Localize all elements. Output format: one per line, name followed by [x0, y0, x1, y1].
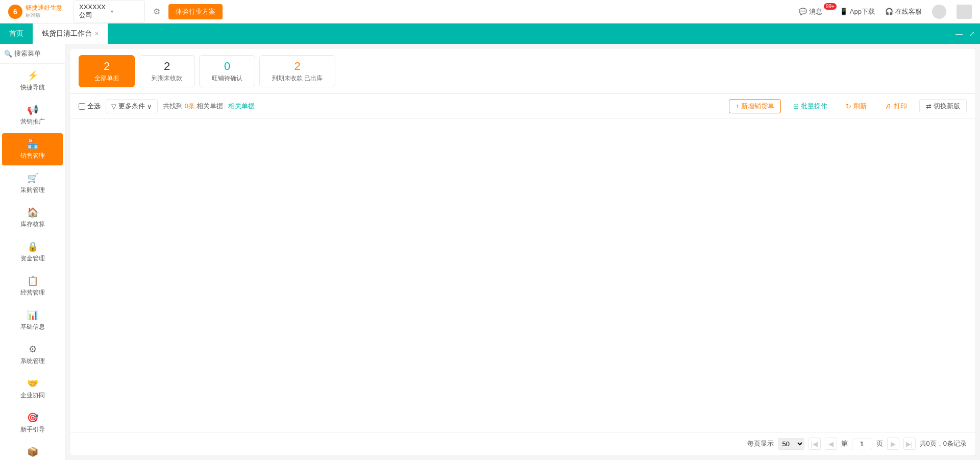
- toolbar-right: + 新增销货单 ⊞ 批量操作 ↻ 刷新 🖨 打印 ⇄: [729, 99, 967, 113]
- page-input[interactable]: [852, 439, 872, 449]
- sidebar-search[interactable]: 🔍 搜索菜单: [0, 44, 65, 64]
- select-all-wrapper[interactable]: 全选: [79, 102, 101, 111]
- sidebar-item-marketing[interactable]: 📢 营销推广: [2, 99, 63, 131]
- user-profile-btn[interactable]: [957, 5, 972, 19]
- operations-icon: 📋: [27, 275, 38, 286]
- stat-label-wangpu: 旺铺待确认: [212, 74, 242, 83]
- sidebar-item-inventory[interactable]: 🏠 库存核算: [2, 202, 63, 234]
- sidebar-item-purchase[interactable]: 🛒 采购管理: [2, 167, 63, 200]
- logo-sub: 标准版: [26, 12, 62, 19]
- sidebar-item-guide[interactable]: 🎯 新手引导: [2, 407, 63, 439]
- sidebar-item-capital[interactable]: 🔒 资金管理: [2, 236, 63, 268]
- avatar[interactable]: [932, 5, 946, 19]
- select-all-checkbox[interactable]: [79, 103, 85, 110]
- guide-icon: 🎯: [27, 412, 38, 423]
- message-badge: 99+: [824, 3, 837, 10]
- tab-active[interactable]: 钱货日清工作台 ×: [33, 23, 108, 44]
- related-link[interactable]: 相关单据: [228, 102, 255, 111]
- nav-tabs: 首页 钱货日清工作台 × — ⤢: [0, 23, 980, 44]
- sales-icon: 🏪: [27, 138, 38, 150]
- page-prev-btn[interactable]: ◀: [825, 438, 837, 450]
- capital-icon: 🔒: [27, 241, 38, 252]
- top-header: 6 畅捷通好生意 标准版 XXXXXX公司 ▾ ⚙ 体验行业方案 💬 消息 99…: [0, 0, 980, 23]
- stat-number-overdue: 2: [164, 60, 170, 73]
- settings-icon[interactable]: ⚙: [149, 4, 164, 19]
- sidebar-item-app-center[interactable]: 📦 应用中心: [2, 441, 63, 460]
- print-btn[interactable]: 🖨 打印: [879, 100, 913, 113]
- cooperation-icon: 🤝: [27, 378, 38, 389]
- stat-card-all[interactable]: 2 全部单据: [79, 55, 135, 87]
- stat-card-overdue-out[interactable]: 2 到期未收款 已出库: [259, 55, 335, 87]
- stat-number-overdue-out: 2: [295, 60, 301, 73]
- app-center-icon: 📦: [27, 446, 38, 457]
- tab-home[interactable]: 首页: [0, 23, 33, 44]
- sidebar: 🔍 搜索菜单 ⚡ 快捷导航 📢 营销推广 🏪 销售管理 🛒 采购管理 🏠 库存核…: [0, 44, 65, 460]
- batch-icon: ⊞: [793, 103, 799, 110]
- table-area: [70, 119, 975, 432]
- search-icon: 🔍: [4, 50, 12, 58]
- tab-close-icon[interactable]: ×: [95, 30, 99, 37]
- chevron-down-icon: ▾: [111, 9, 139, 14]
- page-first-btn[interactable]: |◀: [808, 438, 821, 450]
- message-icon: 💬: [799, 8, 807, 15]
- stat-card-overdue[interactable]: 2 到期未收款: [139, 55, 195, 87]
- sidebar-item-system[interactable]: ⚙ 系统管理: [2, 338, 63, 371]
- inventory-icon: 🏠: [27, 207, 38, 218]
- toolbar-left: 全选 ▽ 更多条件 ∨ 共找到 0条 相关单据 相关单据: [79, 99, 724, 113]
- sidebar-item-cooperation[interactable]: 🤝 企业协同: [2, 373, 63, 405]
- page-next-btn[interactable]: ▶: [887, 438, 899, 450]
- filter-icon: ▽: [111, 103, 116, 110]
- stats-row: 2 全部单据 2 到期未收款 0 旺铺待确认 2 到期未收款 已出库: [70, 49, 975, 94]
- print-icon: 🖨: [885, 103, 892, 110]
- messages-btn[interactable]: 💬 消息 99+: [799, 7, 829, 16]
- sidebar-item-quick-nav[interactable]: ⚡ 快捷导航: [2, 65, 63, 97]
- basic-info-icon: 📊: [27, 309, 38, 321]
- filter-button[interactable]: ▽ 更多条件 ∨: [106, 99, 158, 113]
- nav-minimize-icon[interactable]: —: [954, 29, 964, 39]
- stat-label-overdue: 到期未收款: [152, 74, 182, 83]
- toolbar: 全选 ▽ 更多条件 ∨ 共找到 0条 相关单据 相关单据 + 新增销货: [70, 94, 975, 119]
- header-right: 💬 消息 99+ 📱 App下载 🎧 在线客服: [799, 5, 972, 19]
- logo-area: 6 畅捷通好生意 标准版: [8, 4, 74, 19]
- nav-expand-icon[interactable]: ⤢: [968, 29, 976, 39]
- found-count: 0条: [185, 102, 195, 110]
- quick-nav-icon: ⚡: [27, 70, 38, 81]
- stat-label-all: 全部单据: [94, 74, 119, 83]
- stat-label-overdue-out: 到期未收款 已出库: [272, 74, 323, 83]
- stat-card-wangpu[interactable]: 0 旺铺待确认: [199, 55, 255, 87]
- experience-button[interactable]: 体验行业方案: [168, 4, 223, 19]
- stat-number-all: 2: [104, 60, 110, 73]
- purchase-icon: 🛒: [27, 173, 38, 184]
- refresh-icon: ↻: [846, 103, 851, 110]
- app-download-btn[interactable]: 📱 App下载: [840, 7, 875, 16]
- add-sales-btn[interactable]: + 新增销货单: [729, 99, 781, 113]
- switch-version-btn[interactable]: ⇄ 切换新版: [919, 99, 967, 113]
- sidebar-item-operations[interactable]: 📋 经营管理: [2, 270, 63, 302]
- filter-chevron-icon: ∨: [147, 103, 152, 110]
- content: 2 全部单据 2 到期未收款 0 旺铺待确认 2 到期未收款 已出库: [65, 44, 980, 460]
- main-layout: 🔍 搜索菜单 ⚡ 快捷导航 📢 营销推广 🏪 销售管理 🛒 采购管理 🏠 库存核…: [0, 44, 980, 460]
- stat-number-wangpu: 0: [224, 60, 230, 73]
- download-icon: 📱: [840, 8, 848, 15]
- per-page-select[interactable]: 50 100 200: [778, 438, 804, 450]
- batch-btn[interactable]: ⊞ 批量操作: [787, 100, 834, 113]
- sidebar-item-basic-info[interactable]: 📊 基础信息: [2, 304, 63, 336]
- sidebar-item-sales[interactable]: 🏪 销售管理: [2, 133, 63, 165]
- system-icon: ⚙: [29, 344, 37, 355]
- page-last-btn[interactable]: ▶|: [903, 438, 916, 450]
- content-inner: 2 全部单据 2 到期未收款 0 旺铺待确认 2 到期未收款 已出库: [70, 49, 975, 455]
- online-service-btn[interactable]: 🎧 在线客服: [885, 7, 922, 16]
- nav-right-icons: — ⤢: [954, 29, 980, 39]
- found-text: 共找到 0条 相关单据: [163, 102, 223, 111]
- logo-text: 畅捷通好生意: [26, 4, 62, 12]
- total-label: 共0页，0条记录: [920, 439, 967, 448]
- logo-icon: 6: [8, 5, 22, 19]
- refresh-btn[interactable]: ↻ 刷新: [840, 100, 873, 113]
- company-selector[interactable]: XXXXXX公司 ▾: [74, 1, 145, 22]
- switch-icon: ⇄: [926, 103, 932, 110]
- service-icon: 🎧: [885, 8, 893, 15]
- pagination-bar: 每页显示 50 100 200 |◀ ◀ 第 页 ▶ ▶| 共0页，0条记录: [70, 432, 975, 455]
- marketing-icon: 📢: [27, 104, 38, 115]
